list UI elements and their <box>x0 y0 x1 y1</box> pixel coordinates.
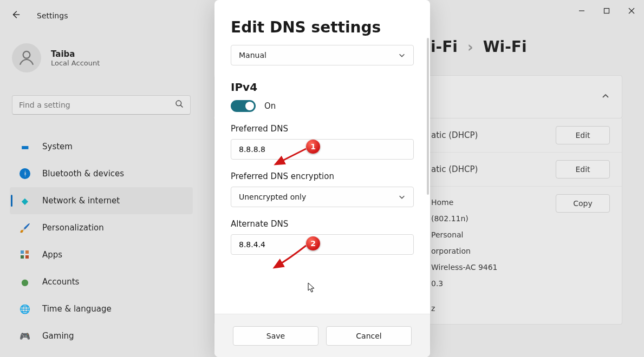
maximize-button[interactable] <box>594 0 619 22</box>
edit-button[interactable]: Edit <box>556 160 610 178</box>
dialog-title: Edit DNS settings <box>231 18 414 36</box>
chevron-right-icon: › <box>467 39 473 55</box>
gamepad-icon: 🎮 <box>19 330 30 341</box>
info-line: (802.11n) <box>431 210 556 227</box>
sidebar-nav: ▬ System ᚼ Bluetooth & devices ◆ Network… <box>10 133 193 349</box>
svg-rect-1 <box>604 9 609 14</box>
ipv4-toggle-label: On <box>264 101 276 111</box>
info-line: 0.3 <box>431 275 556 292</box>
mouse-cursor-icon <box>308 282 315 293</box>
sidebar-item-gaming[interactable]: 🎮 Gaming <box>10 322 193 349</box>
annotation-badge-2: 2 <box>306 236 320 250</box>
edit-button[interactable]: Edit <box>556 126 610 144</box>
svg-point-6 <box>176 101 181 106</box>
person-icon: ● <box>19 276 30 287</box>
avatar[interactable] <box>12 43 41 72</box>
info-line: z <box>431 300 556 316</box>
svg-rect-9 <box>25 250 29 254</box>
ipv4-heading: IPv4 <box>231 81 414 94</box>
chevron-down-icon <box>398 193 406 201</box>
preferred-dns-encryption-label: Preferred DNS encryption <box>231 171 334 181</box>
dialog-footer: Save Cancel <box>214 314 430 357</box>
edit-dns-dialog: Edit DNS settings Manual IPv4 On Preferr… <box>214 0 430 357</box>
info-line: Wireless-AC 9461 <box>431 259 556 275</box>
sidebar-item-label: Personalization <box>42 223 104 233</box>
user-account-type: Local Account <box>51 59 100 67</box>
sidebar-item-label: Apps <box>42 250 62 260</box>
brush-icon: 🖌️ <box>19 222 30 233</box>
titlebar: Settings <box>11 10 68 22</box>
svg-line-7 <box>180 105 183 107</box>
chevron-down-icon <box>398 51 406 59</box>
sidebar-item-label: Time & language <box>42 304 112 314</box>
display-icon: ▬ <box>19 141 30 152</box>
svg-point-5 <box>23 51 30 58</box>
sidebar-item-personalization[interactable]: 🖌️ Personalization <box>10 214 193 241</box>
row-value: atic (DHCP) <box>431 164 478 174</box>
sidebar-item-label: Bluetooth & devices <box>42 169 124 178</box>
preferred-dns-label: Preferred DNS <box>231 124 288 134</box>
annotation-badge-1: 1 <box>306 140 320 154</box>
alternate-dns-input[interactable] <box>231 234 414 255</box>
search-icon <box>175 100 184 110</box>
svg-rect-11 <box>25 255 29 259</box>
chevron-up-icon <box>601 92 610 103</box>
search-box[interactable] <box>12 95 191 115</box>
bluetooth-icon: ᚼ <box>19 168 30 179</box>
search-input[interactable] <box>19 101 175 109</box>
info-line: orporation <box>431 243 556 259</box>
preferred-dns-encryption-select[interactable]: Unencrypted only <box>231 187 414 207</box>
user-name: Taiba <box>51 49 100 59</box>
copy-button[interactable]: Copy <box>556 194 610 213</box>
preferred-dns-input[interactable] <box>231 139 414 160</box>
breadcrumb-seg[interactable]: i-Fi <box>431 38 458 56</box>
sidebar-item-label: Network & internet <box>42 196 120 206</box>
sidebar-item-label: Gaming <box>42 331 74 341</box>
save-button[interactable]: Save <box>233 326 318 346</box>
sidebar-item-time-language[interactable]: 🌐 Time & language <box>10 295 193 322</box>
preferred-dns-encryption-value: Unencrypted only <box>239 193 306 201</box>
dialog-scrollbar[interactable] <box>427 38 429 195</box>
dns-mode-value: Manual <box>239 51 266 60</box>
back-button[interactable] <box>11 10 21 22</box>
minimize-button[interactable] <box>569 0 594 22</box>
ipv4-toggle[interactable] <box>231 100 256 112</box>
globe-icon: 🌐 <box>19 303 30 314</box>
cancel-button[interactable]: Cancel <box>326 326 412 346</box>
app-title: Settings <box>37 11 68 20</box>
sidebar-item-label: System <box>42 142 73 151</box>
info-line <box>431 292 556 300</box>
wifi-icon: ◆ <box>19 195 30 206</box>
sidebar-item-network[interactable]: ◆ Network & internet <box>10 187 193 214</box>
dns-mode-select[interactable]: Manual <box>231 45 414 65</box>
sidebar-item-system[interactable]: ▬ System <box>10 133 193 160</box>
sidebar-item-bluetooth[interactable]: ᚼ Bluetooth & devices <box>10 160 193 187</box>
close-button[interactable] <box>619 0 644 22</box>
row-value: atic (DHCP) <box>431 130 478 140</box>
info-line: Personal <box>431 227 556 243</box>
sidebar-item-accounts[interactable]: ● Accounts <box>10 268 193 295</box>
sidebar-item-label: Accounts <box>42 277 79 287</box>
alternate-dns-label: Alternate DNS <box>231 219 288 229</box>
breadcrumb-seg: Wi-Fi <box>483 38 527 56</box>
user-block: Taiba Local Account <box>12 43 100 72</box>
apps-icon <box>19 249 30 260</box>
sidebar-item-apps[interactable]: Apps <box>10 241 193 268</box>
info-line: Home <box>431 194 556 210</box>
window-controls <box>569 0 644 22</box>
svg-rect-8 <box>21 250 24 254</box>
svg-rect-10 <box>21 255 24 259</box>
